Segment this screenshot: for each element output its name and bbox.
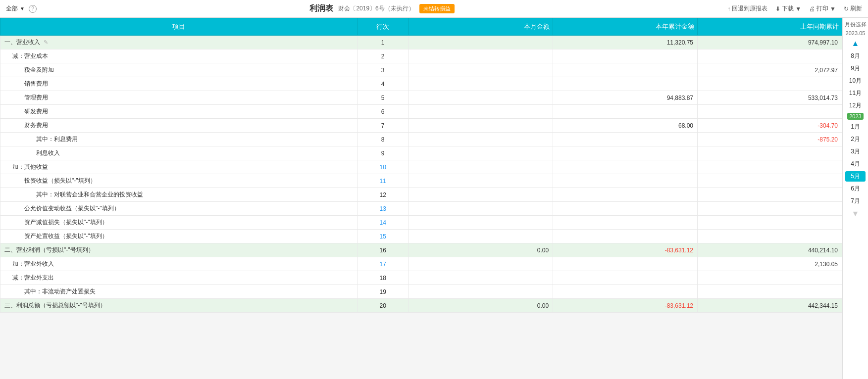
content-area: 项目 行次 本月金额 本年累计金额 上年同期累计 一、营业收入 ✎111,320… bbox=[0, 18, 842, 379]
table-row: 其中：非流动资产处置损失19 bbox=[0, 285, 842, 299]
sidebar-up-btn[interactable]: ▲ bbox=[850, 37, 862, 50]
cell-year-amount bbox=[553, 188, 698, 202]
cell-prev-amount bbox=[698, 146, 842, 160]
cell-prev-amount: 440,214.10 bbox=[698, 243, 842, 257]
col-header-prev: 上年同期累计 bbox=[698, 18, 842, 36]
status-badge: 未结转损益 bbox=[419, 4, 455, 13]
cell-prev-amount bbox=[698, 160, 842, 174]
cell-month-amount bbox=[408, 257, 553, 271]
cell-month-amount bbox=[408, 271, 553, 285]
cell-month-amount bbox=[408, 36, 553, 49]
back-btn[interactable]: ↑ 回退到原报表 bbox=[727, 4, 767, 13]
print-icon: 🖨 bbox=[809, 5, 815, 12]
cell-row-num: 19 bbox=[357, 285, 408, 299]
page-title: 利润表 bbox=[309, 3, 333, 14]
cell-row-num: 17 bbox=[357, 257, 408, 271]
cell-year-amount bbox=[553, 105, 698, 119]
cell-prev-amount: 974,997.10 bbox=[698, 36, 842, 49]
cell-row-num: 11 bbox=[357, 174, 408, 188]
cell-month-amount bbox=[408, 160, 553, 174]
cell-prev-amount: 442,344.15 bbox=[698, 299, 842, 313]
scope-label: 全部 bbox=[6, 4, 18, 13]
page-subtitle: 财会〔2019〕6号（未执行） bbox=[338, 4, 414, 13]
cell-item: 减：营业成本 bbox=[0, 49, 357, 63]
cell-row-num: 12 bbox=[357, 188, 408, 202]
scope-arrow-icon: ▼ bbox=[20, 6, 25, 11]
cell-year-amount bbox=[553, 285, 698, 299]
cell-item: 减：营业外支出 bbox=[0, 271, 357, 285]
cell-prev-amount bbox=[698, 105, 842, 119]
table-row: 财务费用768.00-304.70 bbox=[0, 119, 842, 133]
cell-year-amount bbox=[553, 216, 698, 230]
sidebar-month-5-active[interactable]: 5月 bbox=[845, 171, 866, 182]
sidebar-month-4[interactable]: 4月 bbox=[843, 158, 868, 170]
cell-year-amount bbox=[553, 77, 698, 91]
cell-month-amount bbox=[408, 49, 553, 63]
table-row: 投资收益（损失以"-"填列）11 bbox=[0, 174, 842, 188]
refresh-btn[interactable]: ↻ 刷新 bbox=[844, 4, 862, 13]
table-row: 一、营业收入 ✎111,320.75974,997.10 bbox=[0, 36, 842, 49]
cell-year-amount bbox=[553, 146, 698, 160]
cell-month-amount: 0.00 bbox=[408, 243, 553, 257]
cell-year-amount bbox=[553, 63, 698, 77]
cell-year-amount bbox=[553, 160, 698, 174]
download-icon: ⬇ bbox=[775, 5, 780, 12]
cell-row-num: 20 bbox=[357, 299, 408, 313]
cell-row-num: 16 bbox=[357, 243, 408, 257]
cell-prev-amount: 2,130.05 bbox=[698, 257, 842, 271]
cell-year-amount bbox=[553, 133, 698, 146]
sidebar-month-8[interactable]: 8月 bbox=[843, 50, 868, 62]
cell-prev-amount: -304.70 bbox=[698, 119, 842, 133]
cell-month-amount bbox=[408, 77, 553, 91]
cell-month-amount bbox=[408, 230, 553, 243]
cell-item: 一、营业收入 ✎ bbox=[0, 36, 357, 49]
sidebar-month-1[interactable]: 1月 bbox=[843, 121, 868, 133]
sidebar-month-3[interactable]: 3月 bbox=[843, 145, 868, 158]
cell-item: 资产处置收益（损失以"-"填列） bbox=[0, 230, 357, 243]
cell-prev-amount bbox=[698, 202, 842, 216]
sidebar-month-9[interactable]: 9月 bbox=[843, 62, 868, 75]
cell-month-amount bbox=[408, 91, 553, 105]
cell-year-amount: 94,883.87 bbox=[553, 91, 698, 105]
sidebar-down-btn[interactable]: ▼ bbox=[850, 207, 862, 220]
cell-row-num: 7 bbox=[357, 119, 408, 133]
edit-icon[interactable]: ✎ bbox=[42, 39, 48, 45]
table-row: 减：营业成本2 bbox=[0, 49, 842, 63]
table-row: 二、营业利润（亏损以"-"号填列）160.00-83,631.12440,214… bbox=[0, 243, 842, 257]
col-header-item: 项目 bbox=[0, 18, 357, 36]
cell-row-num: 13 bbox=[357, 202, 408, 216]
scope-selector[interactable]: 全部 ▼ bbox=[6, 4, 25, 13]
table-row: 税金及附加32,072.97 bbox=[0, 63, 842, 77]
cell-year-amount bbox=[553, 202, 698, 216]
sidebar-year-display: 2023.05 bbox=[846, 29, 866, 37]
cell-month-amount bbox=[408, 188, 553, 202]
print-btn[interactable]: 🖨 打印 ▼ bbox=[809, 4, 836, 13]
top-bar-left: 全部 ▼ ? bbox=[6, 4, 37, 13]
sidebar-month-10[interactable]: 10月 bbox=[843, 75, 868, 87]
cell-item: 销售费用 bbox=[0, 77, 357, 91]
sidebar-month-12[interactable]: 12月 bbox=[843, 99, 868, 112]
title-area: 利润表 财会〔2019〕6号（未执行） 未结转损益 bbox=[309, 3, 454, 14]
top-bar: 全部 ▼ ? 利润表 财会〔2019〕6号（未执行） 未结转损益 ↑ 回退到原报… bbox=[0, 0, 868, 18]
sidebar-month-11[interactable]: 11月 bbox=[843, 87, 868, 99]
cell-month-amount bbox=[408, 216, 553, 230]
cell-item: 加：其他收益 bbox=[0, 160, 357, 174]
cell-item: 其中：利息费用 bbox=[0, 133, 357, 146]
sidebar-month-6[interactable]: 6月 bbox=[843, 183, 868, 195]
sidebar-month-7[interactable]: 7月 bbox=[843, 195, 868, 207]
download-btn[interactable]: ⬇ 下载 ▼ bbox=[775, 4, 801, 13]
sidebar-year-badge[interactable]: 2023 bbox=[847, 113, 863, 120]
table-row: 研发费用6 bbox=[0, 105, 842, 119]
table-row: 管理费用594,883.87533,014.73 bbox=[0, 91, 842, 105]
cell-item: 管理费用 bbox=[0, 91, 357, 105]
cell-year-amount: 68.00 bbox=[553, 119, 698, 133]
cell-month-amount: 0.00 bbox=[408, 299, 553, 313]
cell-row-num: 15 bbox=[357, 230, 408, 243]
table-row: 资产减值损失（损失以"-"填列）14 bbox=[0, 216, 842, 230]
help-icon[interactable]: ? bbox=[29, 5, 37, 13]
cell-item: 其中：对联营企业和合营企业的投资收益 bbox=[0, 188, 357, 202]
table-row: 加：其他收益10 bbox=[0, 160, 842, 174]
cell-item: 二、营业利润（亏损以"-"号填列） bbox=[0, 243, 357, 257]
sidebar-month-2[interactable]: 2月 bbox=[843, 133, 868, 145]
download-arrow-icon: ▼ bbox=[795, 5, 801, 12]
